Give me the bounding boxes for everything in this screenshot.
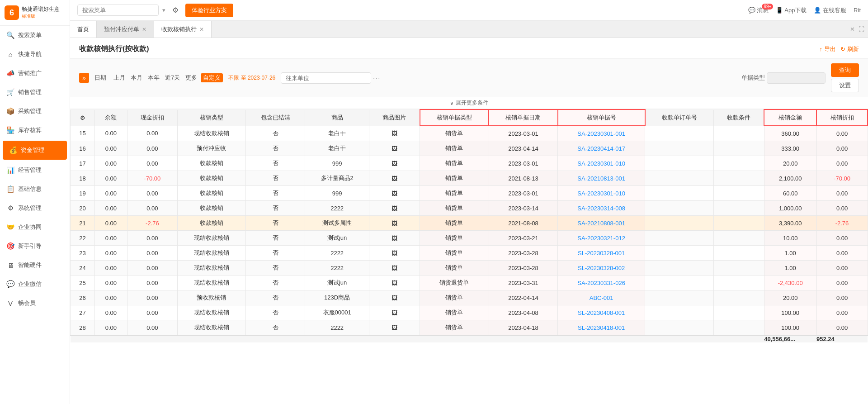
partner-input[interactable]	[281, 72, 371, 84]
table-row: 160.000.00预付冲应收否老白干🖼销货单2023-04-14SA-2023…	[71, 141, 868, 156]
cell-5-12: 1,000.00	[764, 201, 816, 216]
cell-4-12: 60.00	[764, 186, 816, 201]
table-row: 260.000.00预收款核销否123D商品🖼销货单2022-04-14ABC-…	[71, 290, 868, 305]
cell-0-11	[713, 126, 764, 141]
cell-3-4: 否	[245, 171, 305, 186]
cell-6-9[interactable]: SA-20210808-001	[558, 216, 645, 231]
cell-2-11	[713, 156, 764, 171]
cell-7-9[interactable]: SA-20230321-012	[558, 231, 645, 246]
cell-7-1: 0.00	[95, 231, 127, 246]
sidebar-item-14[interactable]: V畅会员	[0, 294, 70, 313]
cell-2-9[interactable]: SA-20230301-010	[558, 156, 645, 171]
cell-6-11	[713, 216, 764, 231]
cell-0-7: 销货单	[420, 126, 489, 141]
solution-button[interactable]: 体验行业方案	[185, 4, 233, 17]
cell-8-4: 否	[245, 246, 305, 261]
cell-12-9[interactable]: SL-20230408-001	[558, 305, 645, 320]
set-button[interactable]: 设置	[831, 79, 859, 92]
sidebar-item-5[interactable]: 🏪库存核算	[0, 121, 70, 140]
cell-8-9[interactable]: SL-20230328-001	[558, 246, 645, 261]
partner-more-icon[interactable]: ···	[373, 75, 381, 81]
sidebar-item-13[interactable]: 💬企业微信	[0, 275, 70, 294]
chevron-down-icon[interactable]: ▾	[162, 7, 165, 14]
search-input[interactable]	[77, 5, 159, 16]
cell-9-9[interactable]: SL-20230328-002	[558, 261, 645, 276]
sidebar-item-2[interactable]: 📣营销推广	[0, 64, 70, 83]
sidebar-item-11[interactable]: 🎯新手引导	[0, 237, 70, 256]
message-btn[interactable]: 💬 消息 99+	[748, 6, 769, 14]
cell-4-9[interactable]: SA-20230301-010	[558, 186, 645, 201]
sidebar-icon-5: 🏪	[6, 126, 14, 134]
cell-5-9[interactable]: SA-20230314-008	[558, 201, 645, 216]
footer-cell-13: 952.24	[816, 335, 868, 342]
window-expand-icon[interactable]: ⛶	[859, 26, 864, 33]
col-header-8: 核销单据日期	[489, 109, 557, 126]
cell-3-9[interactable]: SA-20210813-001	[558, 171, 645, 186]
query-button[interactable]: 查询	[831, 63, 859, 77]
cell-10-13: 0.00	[816, 276, 868, 290]
cell-7-2: 0.00	[127, 231, 177, 246]
sidebar-icon-4: 📦	[6, 107, 14, 115]
cell-3-0: 18	[71, 171, 95, 186]
tab-collection[interactable]: 收款核销执行 ✕	[154, 21, 212, 38]
tab-close-prepay[interactable]: ✕	[142, 26, 146, 33]
cell-2-7: 销货单	[420, 156, 489, 171]
cell-10-6: 🖼	[369, 276, 420, 290]
app-download-btn[interactable]: 📱 App下载	[776, 6, 807, 14]
date-this-month-btn[interactable]: 本月	[129, 73, 144, 83]
refresh-icon: ↻	[840, 46, 845, 52]
cell-11-9[interactable]: ABC-001	[558, 290, 645, 305]
date-more-btn[interactable]: 更多	[184, 73, 199, 83]
cell-9-11	[713, 261, 764, 276]
cell-0-3: 现结收款核销	[178, 126, 246, 141]
tab-prepay[interactable]: 预付冲应付单 ✕	[97, 21, 154, 38]
cell-1-7: 销货单	[420, 141, 489, 156]
cell-2-0: 17	[71, 156, 95, 171]
footer-cell-7	[420, 335, 489, 342]
date-custom-btn[interactable]: 自定义	[201, 73, 223, 82]
cell-0-5: 老白干	[305, 126, 369, 141]
cell-11-5: 123D商品	[305, 290, 369, 305]
date-last-month-btn[interactable]: 上月	[112, 73, 127, 83]
sidebar-item-10[interactable]: 🤝企业协同	[0, 218, 70, 237]
cell-8-8: 2023-03-28	[489, 246, 557, 261]
cell-3-8: 2021-08-13	[489, 171, 557, 186]
sidebar-item-6[interactable]: 💰资金管理	[3, 141, 67, 160]
sidebar-item-1[interactable]: ⌂快捷导航	[0, 45, 70, 64]
refresh-button[interactable]: ↻ 刷新	[840, 45, 859, 53]
sidebar-item-9[interactable]: ⚙系统管理	[0, 199, 70, 218]
sidebar-item-4[interactable]: 📦采购管理	[0, 102, 70, 121]
sidebar-icon-14: V	[6, 299, 14, 307]
expand-more-btn[interactable]: ∨ 展开更多条件	[70, 97, 868, 109]
window-close-icon[interactable]: ✕	[850, 26, 855, 33]
date-this-year-btn[interactable]: 本年	[146, 73, 161, 83]
export-button[interactable]: ↑ 导出	[820, 45, 836, 53]
data-table-container[interactable]: ⚙余额现金折扣核销类型包含已结清商品商品图片核销单据类型核销单据日期核销单据号收…	[70, 109, 868, 404]
cell-4-2: 0.00	[127, 186, 177, 201]
cell-8-0: 23	[71, 246, 95, 261]
cell-9-1: 0.00	[95, 261, 127, 276]
cell-13-9[interactable]: SL-20230418-001	[558, 320, 645, 336]
sidebar-item-3[interactable]: 🛒销售管理	[0, 83, 70, 102]
gear-icon[interactable]: ⚙	[169, 4, 182, 17]
cell-2-10	[645, 156, 714, 171]
sidebar-item-8[interactable]: 📋基础信息	[0, 180, 70, 199]
cell-5-6: 🖼	[369, 201, 420, 216]
cell-0-9[interactable]: SA-20230301-001	[558, 126, 645, 141]
cell-4-11	[713, 186, 764, 201]
cell-7-0: 22	[71, 231, 95, 246]
date-last-7days-btn[interactable]: 近7天	[163, 73, 182, 83]
cell-7-6: 🖼	[369, 231, 420, 246]
online-service-btn[interactable]: 👤 在线客服	[814, 6, 846, 14]
sidebar-item-7[interactable]: 📊经营管理	[0, 161, 70, 180]
sidebar-item-0[interactable]: 🔍搜索菜单	[0, 26, 70, 45]
tab-home[interactable]: 首页	[70, 21, 97, 38]
sidebar-item-12[interactable]: 🖥智能硬件	[0, 256, 70, 275]
bill-type-select[interactable]	[767, 72, 826, 84]
filter-expand-btn[interactable]: »	[79, 73, 89, 83]
tab-close-collection[interactable]: ✕	[199, 26, 204, 33]
cell-1-9[interactable]: SA-20230414-017	[558, 141, 645, 156]
cell-11-0: 26	[71, 290, 95, 305]
cell-10-9[interactable]: SA-20230331-026	[558, 276, 645, 290]
cell-6-0: 21	[71, 216, 95, 231]
